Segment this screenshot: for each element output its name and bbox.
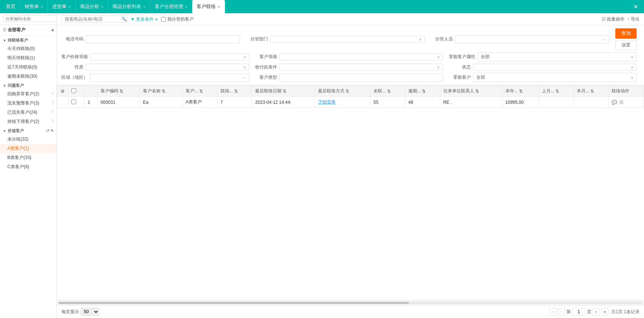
col-code[interactable]: 客户编码⇅ xyxy=(97,86,140,97)
batch-op-icon: ☑ xyxy=(602,17,606,22)
sort-icon-12: ⇅ xyxy=(590,89,594,94)
payment-select[interactable]: ∨ xyxy=(279,64,443,71)
next-page-btn[interactable]: › xyxy=(593,308,600,315)
export-btn[interactable]: ↑ 导出 xyxy=(627,16,640,22)
sidebar-item-today[interactable]: 今天待联络(0) xyxy=(0,44,57,53)
filter-scatter-customer: 零散客户 全部 ∨ xyxy=(446,73,640,82)
first-page-btn[interactable]: « xyxy=(549,308,557,315)
sidebar-all-customers[interactable]: ⠿ 全部客户 ◀ xyxy=(0,25,57,36)
col-last-date[interactable]: 最后联络日期⇅ xyxy=(252,86,315,97)
more-filter-btn[interactable]: ▼ 更多条件 ∨ xyxy=(130,16,158,22)
setting-button[interactable]: 设置 xyxy=(615,40,637,50)
nav-product-analysis-close[interactable]: × xyxy=(101,4,103,9)
dept-select[interactable]: ∨ xyxy=(270,36,425,43)
sidebar-item-repurchase[interactable]: 回购异常客户(2) ? xyxy=(0,89,57,99)
sidebar-item-class-b[interactable]: B类客户(33) xyxy=(0,153,57,162)
col-not-contact[interactable]: 未联...⇅ xyxy=(370,86,405,97)
sidebar-item-churned[interactable]: 已流失客户(24) ? xyxy=(0,108,57,117)
batch-op-btn[interactable]: ☑ 批量操作 xyxy=(602,16,625,22)
scatter-attr-arrow-icon: ∨ xyxy=(631,55,633,59)
total-info: 共1页 1条记录 xyxy=(611,309,640,315)
sidebar-item-unclassified[interactable]: 未分组(32) xyxy=(0,135,57,144)
sort-icon-5: ⇅ xyxy=(283,89,286,94)
person-select[interactable]: ··· xyxy=(455,35,609,43)
col-last-way[interactable]: 最后联络方式⇅ xyxy=(315,86,370,97)
sidebar-item-declining[interactable]: 持续下滑客户(2) ? xyxy=(0,117,57,126)
page-size-dropdown[interactable]: 50 100 200 xyxy=(80,308,99,316)
nav-purchase[interactable]: 进货单 × xyxy=(48,0,75,13)
nav-product-analysis-list[interactable]: 商品分析列表 × xyxy=(108,0,150,13)
horizontal-scrollbar[interactable] xyxy=(57,300,644,305)
row-contact: 7 xyxy=(217,97,252,108)
sort-icon-9: ⇅ xyxy=(475,89,479,94)
region-select[interactable]: ··· xyxy=(90,74,249,82)
help-icon-4: ? xyxy=(51,120,54,124)
section-pending: ▼ 待联络客户 xyxy=(0,36,57,44)
nav-segment-close[interactable]: × xyxy=(185,4,187,9)
col-this-year[interactable]: 本年...⇅ xyxy=(502,86,539,97)
nav-customer-segment[interactable]: 客户分层经营 × xyxy=(150,0,192,13)
sidebar-item-tomorrow[interactable]: 明天待联络(1) xyxy=(0,53,57,63)
nav-purchase-close[interactable]: × xyxy=(68,4,71,9)
nav-contact-close[interactable]: × xyxy=(218,4,220,9)
nav-product-list-close[interactable]: × xyxy=(143,4,145,9)
filter-search-input[interactable] xyxy=(65,17,120,22)
nature-arrow-icon: ∨ xyxy=(243,65,246,69)
page-size-select: 每页显示 50 100 200 xyxy=(61,308,99,316)
sidebar-item-churn-warning[interactable]: 流失预警客户(3) ? xyxy=(0,99,57,108)
status-select[interactable]: ∨ xyxy=(473,64,637,71)
page-number-input[interactable] xyxy=(572,308,586,315)
sidebar-item-class-a[interactable]: A类客户(1) xyxy=(0,144,57,153)
sidebar-search-input[interactable] xyxy=(3,15,57,22)
select-all-checkbox[interactable] xyxy=(71,88,76,93)
scatter-customer-select[interactable]: 全部 ∨ xyxy=(473,73,637,82)
row-checkbox[interactable] xyxy=(71,99,76,104)
scatter-attr-select[interactable]: 全部 ∨ xyxy=(477,52,637,61)
nav-product-analysis[interactable]: 商品分析 × xyxy=(76,0,108,13)
filter-bar: 🔍 ▼ 更多条件 ∨ 我分管的客户 ☑ 批量操作 ↑ 导出 xyxy=(57,13,644,25)
prev-page-btn[interactable]: ‹ xyxy=(558,308,565,315)
col-last-month[interactable]: 上月...⇅ xyxy=(539,86,573,97)
phone-input[interactable] xyxy=(86,35,240,43)
col-this-month[interactable]: 本月...⇅ xyxy=(573,86,608,97)
refresh-icon[interactable]: ↺ xyxy=(46,128,49,133)
col-overdue[interactable]: 逾期...⇅ xyxy=(405,86,440,97)
row-last-way[interactable]: 下销货单 xyxy=(315,97,370,108)
row-name[interactable]: Ea xyxy=(140,97,183,108)
sidebar-item-class-c[interactable]: C类客户(6) xyxy=(0,162,57,172)
filter-nature: 性质 ∨ xyxy=(61,64,252,71)
nav-customer-contact[interactable]: 客户联络 × xyxy=(192,0,225,13)
scroll-thumb[interactable] xyxy=(58,302,409,304)
contact-icon[interactable]: 💬 xyxy=(612,100,617,105)
edit-icon[interactable]: ✎ xyxy=(50,128,54,133)
col-gear[interactable]: ⚙ xyxy=(57,86,68,97)
customer-type-input[interactable] xyxy=(279,74,443,82)
sidebar-item-7days[interactable]: 近7天待联络(0) xyxy=(0,63,57,72)
my-customer-filter[interactable]: 我分管的客户 xyxy=(161,16,194,22)
query-btn-group: 查询 设置 xyxy=(612,28,640,50)
help-icon-3: ? xyxy=(51,110,54,114)
filter-search-icon[interactable]: 🔍 xyxy=(121,17,127,22)
price-grade-arrow-icon: ∨ xyxy=(243,55,246,59)
nav-home[interactable]: 首页 xyxy=(3,0,20,13)
col-unit-contact[interactable]: 往来单位联系人⇅ xyxy=(440,86,502,97)
col-name[interactable]: 客户名称⇅ xyxy=(140,86,183,97)
my-customer-checkbox[interactable] xyxy=(161,17,166,22)
window-close-button[interactable]: ✕ xyxy=(630,3,641,10)
last-page-btn[interactable]: » xyxy=(601,308,609,315)
row-check[interactable] xyxy=(68,97,85,108)
price-grade-select[interactable]: ∨ xyxy=(90,53,249,60)
query-button[interactable]: 查询 xyxy=(615,28,637,39)
sort-icon-6: ⇅ xyxy=(346,89,349,94)
filter-phone: 电话号码 xyxy=(61,35,243,43)
link-icon[interactable]: ⛓ xyxy=(619,100,624,105)
col-checkbox[interactable] xyxy=(68,86,85,97)
row-code[interactable]: 000031 xyxy=(97,97,140,108)
col-contact[interactable]: 联络...⇅ xyxy=(217,86,252,97)
nav-sales[interactable]: 销售单 × xyxy=(20,0,48,13)
sidebar-item-overdue[interactable]: 逾期未联络(30) xyxy=(0,72,57,81)
customer-grade-select[interactable]: ∨ xyxy=(279,53,443,60)
nav-sales-close[interactable]: × xyxy=(41,4,43,9)
col-level[interactable]: 客户...⇅ xyxy=(182,86,217,97)
nature-select[interactable]: ∨ xyxy=(86,64,249,71)
